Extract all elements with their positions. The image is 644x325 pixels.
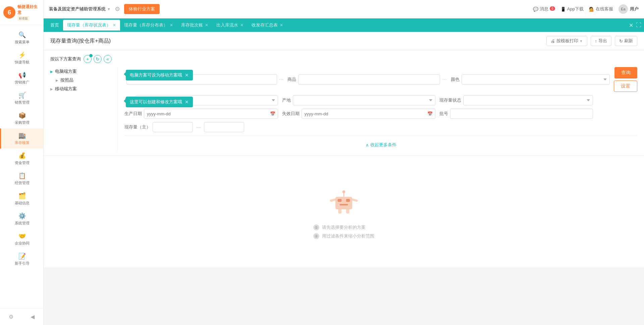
stock-main-label: 现存量（主） — [124, 124, 151, 130]
origin-select[interactable] — [293, 95, 436, 105]
warehouse-dots[interactable]: ··· — [279, 76, 283, 83]
goods-dots[interactable]: ··· — [442, 76, 446, 83]
refresh-plan-btn[interactable]: ↻ — [94, 55, 102, 63]
tooltip2-close-btn[interactable]: ✕ — [185, 99, 189, 105]
tab-recv-send-summary[interactable]: 收发存汇总表 ✕ — [248, 20, 287, 31]
tab-close-inventory-status[interactable]: ✕ — [113, 23, 116, 28]
app-title-selector[interactable]: 装备及固定资产辅助管理系统 ▼ — [49, 6, 111, 12]
filter-goods: 商品 ··· — [287, 74, 446, 85]
sidebar-item-base-info[interactable]: 🗂️ 基础信息 — [0, 189, 43, 209]
empty-illustration — [327, 183, 361, 216]
chevron-up-icon: ∧ — [366, 143, 369, 148]
content-header: 现存量查询(按仓库+商品) 🖨 按模板打印 ▼ ↑ 导出 ↻ 刷新 — [44, 32, 644, 50]
refresh-btn[interactable]: ↻ 刷新 — [615, 36, 637, 46]
tab-inout-flow[interactable]: 出入库流水 ✕ — [212, 20, 248, 31]
tooltip1-close-btn[interactable]: ✕ — [185, 72, 189, 78]
print-btn[interactable]: 🖨 按模板打印 ▼ — [546, 36, 587, 46]
sidebar-item-system[interactable]: ⚙️ 系统管理 — [0, 209, 43, 229]
tab-recv-send-summary-label: 收发存汇总表 — [252, 22, 278, 28]
app-download-label: App下载 — [567, 6, 584, 12]
plan-item-desktop[interactable]: ▶ 电脑端方案 — [50, 67, 117, 76]
close-all-tabs-icon[interactable]: ✕ — [629, 22, 633, 29]
color-select[interactable] — [462, 74, 610, 85]
calendar-icon-1[interactable]: 📅 — [270, 111, 275, 116]
message-action[interactable]: 💬 消息 6 — [533, 6, 555, 12]
industry-btn[interactable]: 体验行业方案 — [124, 4, 160, 14]
logo-text: 畅捷通好生意 标准版 — [17, 4, 40, 21]
sidebar-item-guide[interactable]: 📝 新手引导 — [0, 249, 43, 269]
sidebar-item-finance[interactable]: 💰 资金管理 — [0, 149, 43, 169]
message-icon: 💬 — [533, 7, 538, 12]
tab-close-recv-send-summary[interactable]: ✕ — [280, 23, 283, 28]
filter-row-2: 尺码 产地 现存量状态 — [124, 95, 637, 105]
stock-status-label: 现存量状态 — [439, 97, 461, 103]
tab-home-label: 首页 — [50, 22, 59, 28]
user-section[interactable]: Ea 用户 — [619, 4, 639, 14]
online-support-action[interactable]: 💁 在线客服 — [589, 6, 613, 12]
sidebar-item-sales[interactable]: 🛒 销售管理 — [0, 88, 43, 108]
plan-list-panel: ▶ 电脑端方案 ▶ 按照品 ▶ 移动端方案 — [50, 67, 117, 151]
stock-main-from-input[interactable] — [153, 122, 193, 132]
sidebar-item-inventory[interactable]: 🏬 库存核算 — [0, 128, 43, 149]
stock-main-to-input[interactable] — [204, 122, 244, 132]
tab-inventory-status[interactable]: 现存量（库存状况表） ✕ — [63, 20, 120, 31]
expand-tabs-icon[interactable]: ⛶ — [636, 22, 641, 28]
query-actions: + ↻ « — [84, 55, 112, 63]
arrow-right-icon: ▶ — [50, 70, 53, 73]
plan-tooltip-2: 这里可以创建和修改方案哦 ✕ — [126, 97, 193, 107]
action-btns: 查询 设置 — [614, 67, 637, 92]
tab-close-inventory-dist[interactable]: ✕ — [170, 23, 173, 28]
settings-bottom-icon[interactable]: ⚙ — [7, 312, 15, 322]
tab-close-inout-flow[interactable]: ✕ — [240, 23, 244, 28]
batch-label: 批号 — [439, 111, 448, 117]
tab-home[interactable]: 首页 — [46, 20, 63, 31]
export-btn[interactable]: ↑ 导出 — [591, 36, 612, 46]
tip-text-1: 请先选择要分析的方案 — [322, 223, 366, 232]
plan-sub-item[interactable]: ▶ 按照品 — [56, 76, 117, 85]
goods-input[interactable] — [298, 74, 440, 85]
back-btn[interactable]: « — [104, 55, 112, 63]
tip-num-1: ① — [313, 224, 319, 230]
svg-rect-6 — [330, 198, 336, 202]
topbar-left: 装备及固定资产辅助管理系统 ▼ ⚙ 体验行业方案 — [49, 4, 160, 14]
collapse-sidebar-icon[interactable]: ◀ — [29, 312, 36, 322]
add-plan-btn[interactable]: + — [84, 55, 92, 63]
collapse-btn[interactable]: ∧ 收起更多条件 — [124, 139, 637, 151]
app-download-action[interactable]: 📱 App下载 — [560, 6, 584, 12]
tab-inventory-dist[interactable]: 现存量（库存分布表） ✕ — [120, 20, 177, 31]
filter-produce-date: 生产日期 📅 — [124, 109, 278, 119]
dot-indicator — [89, 54, 93, 57]
filter-color: 颜色 — [451, 74, 610, 85]
tab-close-batch-ledger[interactable]: ✕ — [205, 23, 208, 28]
svg-rect-2 — [346, 199, 350, 202]
reset-btn[interactable]: 设置 — [614, 80, 637, 92]
plan-tooltip-1: 电脑方案可设为移动方案哦 ✕ — [126, 70, 193, 80]
sidebar-item-quick-nav[interactable]: ⚡ 快捷导航 — [0, 48, 43, 68]
marketing-icon: 📢 — [18, 71, 26, 79]
sidebar-item-search[interactable]: 🔍 搜索菜单 — [0, 28, 43, 48]
batch-input[interactable] — [450, 109, 593, 119]
username: 用户 — [630, 6, 639, 12]
produce-date-from-input[interactable] — [144, 109, 278, 119]
calendar-icon-2[interactable]: 📅 — [427, 111, 433, 116]
collapse-section: ∧ 收起更多条件 — [124, 136, 637, 151]
tab-batch-ledger[interactable]: 库存批次账 ✕ — [177, 20, 212, 31]
purchase-icon: 📦 — [18, 112, 26, 119]
sidebar-item-purchase[interactable]: 📦 采购管理 — [0, 108, 43, 128]
expire-date-from-input[interactable] — [302, 109, 436, 119]
plan-item-mobile[interactable]: ▶ 移动端方案 — [50, 85, 117, 93]
filter-row-1: ··· 商品 ··· 颜色 查询 设置 — [124, 67, 637, 92]
sub-arrow-icon: ▶ — [56, 78, 58, 82]
tabbar: 首页 现存量（库存状况表） ✕ 现存量（库存分布表） ✕ 库存批次账 ✕ 出入库… — [44, 18, 644, 32]
stock-status-select[interactable] — [463, 95, 593, 105]
tab-inventory-dist-label: 现存量（库存分布表） — [124, 22, 168, 28]
sidebar-item-marketing[interactable]: 📢 营销推广 — [0, 68, 43, 88]
header-actions: 🖨 按模板打印 ▼ ↑ 导出 ↻ 刷新 — [546, 36, 637, 46]
sidebar-item-operations[interactable]: 📋 经营管理 — [0, 169, 43, 189]
desktop-sub-plans: ▶ 按照品 — [56, 76, 117, 85]
search-btn[interactable]: 查询 — [614, 67, 637, 78]
quick-nav-icon: ⚡ — [18, 51, 26, 59]
topbar-settings-icon[interactable]: ⚙ — [115, 5, 120, 13]
sidebar-item-enterprise[interactable]: 🤝 企业协同 — [0, 229, 43, 249]
guide-icon: 📝 — [18, 253, 26, 260]
